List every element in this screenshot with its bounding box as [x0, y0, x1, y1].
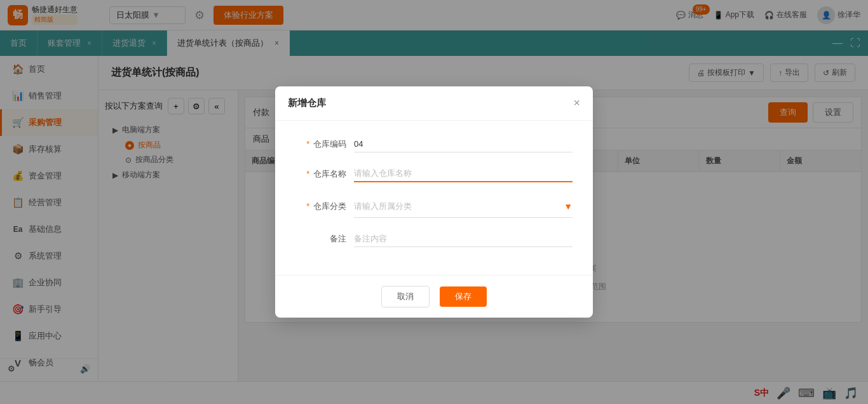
category-label: * 仓库分类 [295, 201, 346, 212]
cancel-button[interactable]: 取消 [381, 286, 430, 307]
category-input[interactable] [354, 198, 564, 214]
name-label: * 仓库名称 [295, 168, 346, 180]
warehouse-code-row: * 仓库编码 [295, 136, 573, 152]
note-label: 备注 [295, 233, 346, 245]
code-label: * 仓库编码 [295, 138, 346, 150]
modal-footer: 取消 保存 [275, 275, 593, 318]
modal-body: * 仓库编码 * 仓库名称 * 仓库分类 [275, 121, 593, 275]
category-select-wrapper[interactable]: ▼ [354, 195, 573, 218]
warehouse-category-row: * 仓库分类 ▼ [295, 195, 573, 218]
close-button[interactable]: × [573, 97, 580, 110]
modal-header: 新增仓库 × [275, 86, 593, 121]
name-input[interactable] [354, 165, 573, 182]
new-warehouse-modal: 新增仓库 × * 仓库编码 * 仓库名称 [275, 86, 593, 318]
modal-title: 新增仓库 [288, 97, 326, 109]
save-button[interactable]: 保存 [440, 286, 487, 307]
modal-overlay: 新增仓库 × * 仓库编码 * 仓库名称 [0, 0, 868, 404]
warehouse-name-row: * 仓库名称 [295, 165, 573, 182]
code-input[interactable] [354, 136, 573, 152]
note-input[interactable] [354, 231, 573, 247]
chevron-down-icon: ▼ [564, 201, 573, 212]
note-row: 备注 [295, 231, 573, 247]
